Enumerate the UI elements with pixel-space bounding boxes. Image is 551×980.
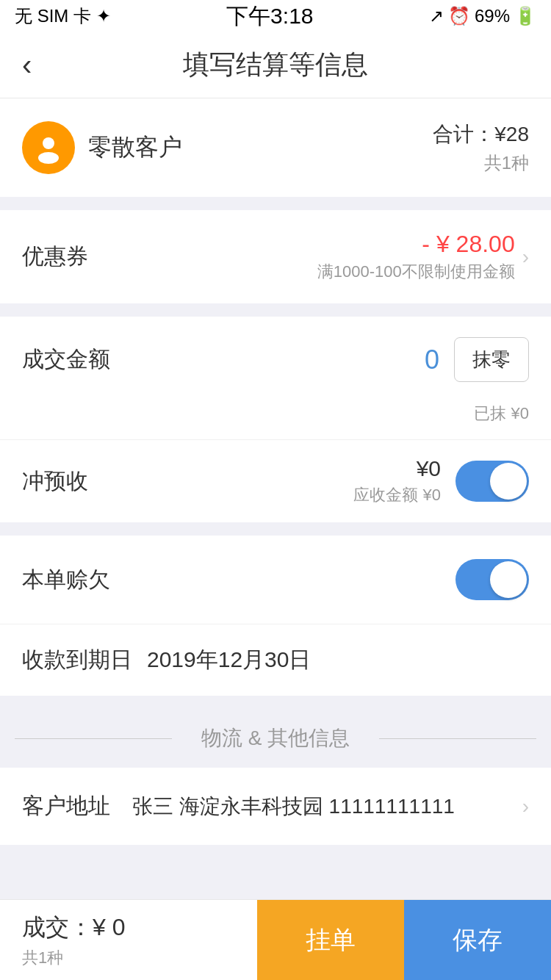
arrears-toggle-thumb [490, 561, 527, 598]
transaction-label: 成交金额 [22, 345, 110, 375]
arrears-label: 本单赊欠 [22, 565, 110, 595]
transaction-value: 0 [425, 345, 439, 375]
back-button[interactable]: ‹ [22, 48, 32, 82]
save-button[interactable]: 保存 [404, 900, 551, 981]
alarm-icon: ⏰ [448, 6, 470, 26]
customer-section: 零散客户 合计：¥28 共1种 [0, 98, 551, 197]
address-label: 客户地址 [22, 791, 110, 821]
prepaid-receivable: 应收金额 ¥0 [353, 484, 441, 506]
coupon-desc: 满1000-100不限制使用金额 [317, 261, 515, 283]
logistics-header: 物流 & 其他信息 [0, 709, 551, 768]
transaction-row: 成交金额 0 抹零 [0, 317, 551, 403]
arrears-toggle[interactable] [455, 559, 529, 600]
suspend-button[interactable]: 挂单 [257, 900, 404, 981]
transaction-right: 0 抹零 [425, 337, 529, 382]
nav-bar: ‹ 填写结算等信息 [0, 32, 551, 98]
transaction-section: 成交金额 0 抹零 已抹 ¥0 冲预收 ¥0 应收金额 ¥0 [0, 317, 551, 522]
prepaid-toggle[interactable] [455, 461, 529, 502]
address-row[interactable]: 客户地址 张三 海淀永丰科技园 11111111111 › [0, 768, 551, 845]
prepaid-value: ¥0 [353, 456, 441, 481]
avatar [22, 121, 75, 174]
bottom-deal: 成交：¥ 0 [22, 912, 235, 944]
svg-point-1 [38, 152, 59, 164]
battery-icon: 🔋 [514, 6, 536, 26]
total-count: 共1种 [433, 151, 529, 175]
customer-summary: 合计：¥28 共1种 [433, 120, 529, 175]
prepaid-right: ¥0 应收金额 ¥0 [353, 456, 529, 506]
coupon-right[interactable]: - ¥ 28.00 满1000-100不限制使用金额 › [317, 231, 529, 283]
deal-value: ¥ 0 [93, 914, 125, 940]
logistics-label: 物流 & 其他信息 [201, 724, 350, 752]
coupon-label: 优惠券 [22, 242, 88, 272]
customer-left: 零散客户 [22, 121, 182, 174]
divider-right [379, 738, 536, 739]
bottom-summary: 成交：¥ 0 共1种 [0, 912, 257, 969]
round-button[interactable]: 抹零 [454, 337, 529, 382]
arrears-section: 本单赊欠 收款到期日 2019年12月30日 [0, 536, 551, 696]
svg-point-0 [43, 137, 54, 149]
bottom-bar: 成交：¥ 0 共1种 挂单 保存 [0, 899, 551, 980]
battery-text: 69% [475, 6, 510, 26]
user-icon [32, 131, 65, 164]
due-date-value: 2019年12月30日 [147, 645, 311, 675]
status-bar: 无 SIM 卡 ✦ 下午3:18 ↗ ⏰ 69% 🔋 [0, 0, 551, 32]
coupon-amount: - ¥ 28.00 [317, 231, 515, 258]
address-value: 张三 海淀永丰科技园 11111111111 [132, 793, 522, 821]
coupon-content: - ¥ 28.00 满1000-100不限制使用金额 [317, 231, 515, 283]
deal-label: 成交： [22, 914, 93, 940]
address-section: 客户地址 张三 海淀永丰科技园 11111111111 › [0, 768, 551, 845]
total-label: 合计：¥28 [433, 120, 529, 148]
location-icon: ↗ [429, 6, 444, 26]
chevron-right-icon: › [522, 245, 529, 269]
due-date-row: 收款到期日 2019年12月30日 [0, 624, 551, 696]
divider-left [15, 738, 172, 739]
signal-text: 无 SIM 卡 ✦ [15, 4, 111, 28]
status-time: 下午3:18 [226, 1, 313, 32]
status-right: ↗ ⏰ 69% 🔋 [429, 6, 536, 26]
prepaid-row: 冲预收 ¥0 应收金额 ¥0 [0, 439, 551, 522]
prepaid-amounts: ¥0 应收金额 ¥0 [353, 456, 441, 506]
bottom-count: 共1种 [22, 947, 235, 969]
customer-name: 零散客户 [88, 131, 182, 164]
due-date-label: 收款到期日 [22, 645, 132, 675]
coupon-row[interactable]: 优惠券 - ¥ 28.00 满1000-100不限制使用金额 › [0, 210, 551, 303]
toggle-thumb [490, 463, 527, 500]
prepaid-label: 冲预收 [22, 466, 88, 497]
address-chevron-icon: › [522, 795, 529, 818]
page-title: 填写结算等信息 [183, 47, 368, 83]
customer-row: 零散客户 合计：¥28 共1种 [0, 98, 551, 197]
already-deducted: 已抹 ¥0 [0, 403, 551, 439]
coupon-section[interactable]: 优惠券 - ¥ 28.00 满1000-100不限制使用金额 › [0, 210, 551, 303]
arrears-row: 本单赊欠 [0, 536, 551, 624]
status-left: 无 SIM 卡 ✦ [15, 4, 111, 28]
